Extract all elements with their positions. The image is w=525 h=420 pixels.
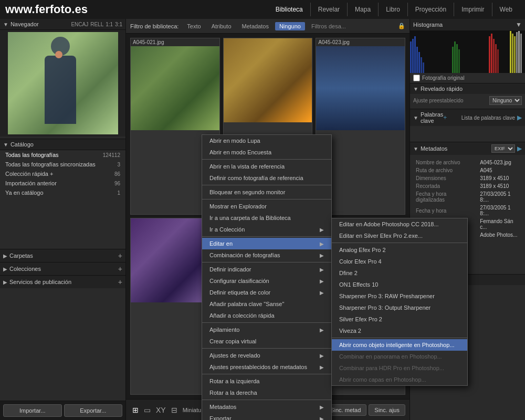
sm-item-10[interactable]: Viveza 2 [332, 325, 467, 337]
collections-header[interactable]: ▶ Colecciones + [0, 262, 125, 275]
nav-tab-mapa[interactable]: Mapa [348, 3, 379, 16]
meta-value-5[interactable]: 27/03/2005 18:... [478, 204, 521, 217]
cm-item-28[interactable]: Rotar a la derecha [202, 387, 331, 398]
cm-item-4[interactable]: Definir como fotografía de referencia [202, 172, 331, 184]
meta-value-1[interactable]: A045 [478, 167, 521, 174]
preset-select[interactable]: Ninguno [489, 96, 522, 105]
publish-collapse-icon[interactable]: ▶ [3, 279, 7, 285]
catalog-item-1[interactable]: Todas las fotografías sincronizadas3 [0, 160, 125, 169]
nav-tab-web[interactable]: Web [492, 3, 520, 16]
survey-view-btn[interactable]: ⊟ [169, 405, 180, 415]
catalog-item-3[interactable]: Importación anterior96 [0, 178, 125, 188]
cm-item-30[interactable]: Metadatos▶ [202, 401, 331, 413]
context-menu[interactable]: Abrir en modo LupaAbrir en modo Encuesta… [202, 134, 332, 420]
histogram-expand-icon[interactable]: ▼ [516, 21, 522, 28]
sm-item-8[interactable]: Sharpener Pro 3: Output Sharpener [332, 302, 467, 313]
meta-value-11[interactable] [478, 263, 521, 270]
catalog-item-0[interactable]: Todas las fotografías124112 [0, 150, 125, 160]
sm-item-6[interactable]: ON1 Effects 10 [332, 279, 467, 290]
nav-3to1-btn[interactable]: 3:1 [115, 22, 122, 27]
keywords-header[interactable]: ▼ Palabras clave + Lista de palabras cla… [410, 109, 525, 126]
collections-collapse-icon[interactable]: ▶ [3, 266, 7, 272]
folders-collapse-icon[interactable]: ▶ [3, 253, 7, 259]
cm-item-12[interactable]: Editar en▶ [202, 238, 331, 249]
cm-item-19[interactable]: Añadir a colección rápida [202, 310, 331, 321]
cm-item-18[interactable]: Añadir palabra clave "Sanse" [202, 298, 331, 310]
quick-develop-header[interactable]: ▼ Revelado rápido [410, 83, 525, 94]
cm-item-3[interactable]: Abrir en la vista de referencia [202, 161, 331, 172]
metadata-header[interactable]: ▼ Metadatos EXIF ▶ [410, 142, 525, 155]
folders-add-icon[interactable]: + [118, 251, 122, 260]
publish-add-icon[interactable]: + [118, 278, 122, 286]
meta-value-2[interactable]: 3189 x 4510 [478, 175, 521, 182]
submenu-editar[interactable]: Editar en Adobe Photoshop CC 2018...Edit… [331, 218, 468, 386]
sm-item-9[interactable]: Silver Efex Pro 2 [332, 313, 467, 325]
cm-item-27[interactable]: Rotar a la izquierda [202, 375, 331, 387]
quick-develop-collapse-icon[interactable]: ▼ [413, 86, 418, 92]
nav-tab-imprimir[interactable]: Imprimir [454, 3, 492, 16]
filter-lock-icon[interactable]: 🔒 [398, 23, 405, 29]
meta-value-6[interactable]: Fernando Sánc... [478, 218, 521, 230]
grid-view-btn[interactable]: ⊞ [130, 405, 141, 415]
metadata-collapse-icon[interactable]: ▼ [413, 146, 418, 152]
meta-value-9[interactable] [478, 247, 521, 254]
collections-add-icon[interactable]: + [118, 265, 122, 273]
cm-item-9[interactable]: Ir a una carpeta de la Biblioteca [202, 212, 331, 224]
compare-view-btn[interactable]: XY [154, 405, 168, 415]
nav-tab-biblioteca[interactable]: Biblioteca [268, 3, 311, 16]
sync-adj-button[interactable]: Sinc. ajus [369, 404, 405, 416]
nav-fit-btn[interactable]: ENCAJ [71, 22, 88, 27]
nav-1to1-btn[interactable]: 1:1 [106, 22, 113, 27]
cm-item-17[interactable]: Definir etiqueta de color▶ [202, 287, 331, 298]
folders-header[interactable]: ▶ Carpetas + [0, 249, 125, 262]
cm-item-13[interactable]: Combinación de fotografías▶ [202, 249, 331, 261]
publish-header[interactable]: ▶ Servicios de publicación + [0, 276, 125, 288]
nav-tab-proyección[interactable]: Proyección [408, 3, 454, 16]
filter-btn-metadatos[interactable]: Metadatos [238, 22, 273, 30]
cm-item-21[interactable]: Apilamiento▶ [202, 324, 331, 335]
cm-item-8[interactable]: Mostrar en Explorador [202, 201, 331, 212]
sm-item-3[interactable]: Analog Efex Pro 2 [332, 244, 467, 256]
catalog-item-4[interactable]: Ya en catálogo1 [0, 188, 125, 197]
catalog-collapse-icon[interactable]: ▼ [3, 142, 8, 148]
loupe-view-btn[interactable]: ▭ [142, 405, 153, 415]
cm-item-15[interactable]: Definir indicador▶ [202, 264, 331, 275]
cm-item-16[interactable]: Configurar clasificación▶ [202, 275, 331, 287]
meta-value-3[interactable]: 3189 x 4510 [478, 183, 521, 190]
cm-item-24[interactable]: Ajustes de revelado▶ [202, 350, 331, 361]
nav-tab-revelar[interactable]: Revelar [311, 3, 348, 16]
meta-value-4[interactable]: 27/03/2005 18:... [478, 191, 521, 203]
meta-value-7[interactable]: Adobe Photos... [478, 232, 521, 238]
export-button[interactable]: Exportar... [64, 404, 123, 417]
keywords-collapse-icon[interactable]: ▼ [413, 115, 418, 121]
nav-fill-btn[interactable]: RELL [90, 22, 103, 27]
sm-item-4[interactable]: Color Efex Pro 4 [332, 256, 467, 267]
cm-item-10[interactable]: Ir a Colección▶ [202, 224, 331, 235]
sm-item-1[interactable]: Editar en Silver Efex Pro 2.exe... [332, 230, 467, 242]
metadata-expand-icon[interactable]: ▶ [517, 145, 522, 152]
filter-btn-ninguno[interactable]: Ninguno [275, 22, 305, 30]
sm-item-5[interactable]: Dfine 2 [332, 267, 467, 279]
meta-value-10[interactable] [478, 255, 521, 262]
meta-value-8[interactable] [478, 239, 521, 246]
keywords-list-icon[interactable]: ▶ [517, 114, 522, 121]
sm-item-7[interactable]: Sharpener Pro 3: RAW Presharpener [332, 290, 467, 302]
nav-tab-libro[interactable]: Libro [379, 3, 408, 16]
cm-item-0[interactable]: Abrir en modo Lupa [202, 135, 331, 146]
filter-btn-atributo[interactable]: Atributo [207, 22, 236, 30]
cm-item-22[interactable]: Crear copia virtual [202, 335, 331, 347]
photo-original-checkbox[interactable] [413, 75, 420, 81]
metadata-type-select[interactable]: EXIF [491, 144, 515, 153]
cm-item-6[interactable]: Bloquear en segundo monitor [202, 186, 331, 198]
filter-btn-texto[interactable]: Texto [183, 22, 205, 30]
catalog-item-2[interactable]: Colección rápida +86 [0, 169, 125, 178]
cm-item-31[interactable]: Exportar▶ [202, 413, 331, 420]
sm-item-0[interactable]: Editar en Adobe Photoshop CC 2018... [332, 218, 467, 230]
meta-value-0[interactable]: A045-023.jpg [478, 159, 521, 166]
navigator-collapse-icon[interactable]: ▼ [3, 22, 8, 27]
cm-item-1[interactable]: Abrir en modo Encuesta [202, 146, 331, 158]
keywords-add-icon[interactable]: + [443, 114, 447, 121]
cm-item-25[interactable]: Ajustes preestablecidos de metadatos▶ [202, 361, 331, 373]
import-button[interactable]: Importar... [3, 404, 62, 417]
sm-item-12[interactable]: Abrir como objeto inteligente en Photosh… [332, 339, 467, 351]
